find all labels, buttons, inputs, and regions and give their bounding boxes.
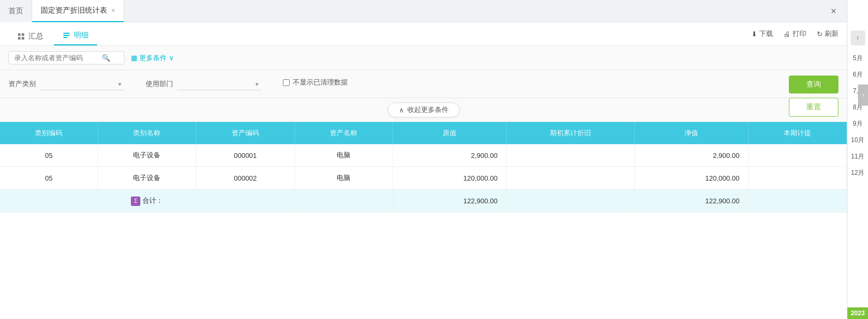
table-wrap: 类别编码 类别名称 资产编码 资产名称 原值 期初累计折旧 净值 本期计提 05… (0, 122, 847, 319)
right-sidebar: › ↑ 5月 6月 7月 8月 9月 10月 11月 12月 2023 (847, 0, 868, 319)
print-label: 打印 (793, 29, 806, 39)
hide-cleared-checkbox-item: 不显示已清理数据 (283, 78, 348, 87)
table-total-row: Σ合计： 122,900.00 122,900.00 (0, 190, 847, 213)
download-button[interactable]: ⬇ 下载 (751, 29, 773, 39)
active-tab[interactable]: 固定资产折旧统计表 × (32, 0, 124, 22)
reset-button[interactable]: 重置 (789, 98, 838, 117)
cell-original-value: 120,000.00 (393, 167, 506, 190)
svg-rect-2 (18, 37, 21, 40)
svg-rect-6 (63, 37, 68, 38)
active-tab-label: 固定资产折旧统计表 (41, 6, 107, 15)
download-label: 下载 (759, 29, 773, 39)
cell-asset-name: 电脑 (294, 144, 393, 167)
filter-buttons: 查询 重置 (789, 76, 838, 117)
department-filter: 使用部门 (146, 78, 262, 90)
sub-tab-bar: 汇总 明细 ⬇ 下载 (0, 22, 847, 46)
search-icon: 🔍 (102, 54, 110, 62)
action-bar: ⬇ 下载 🖨 打印 ↻ 刷新 (751, 29, 838, 43)
month-11[interactable]: 11月 (847, 149, 868, 164)
summary-tab-label: 汇总 (28, 32, 43, 41)
more-conditions-button[interactable]: ▦ 更多条件 ∨ (131, 53, 174, 63)
cell-cat-code: 05 (0, 144, 98, 167)
refresh-icon: ↻ (817, 30, 823, 38)
tab-bar: 首页 固定资产折旧统计表 × × (0, 0, 847, 22)
month-6[interactable]: 6月 (847, 67, 868, 82)
cell-original-value: 2,900.00 (393, 144, 506, 167)
sidebar-expand-arrow[interactable]: › (858, 85, 868, 106)
content-panel: 汇总 明细 ⬇ 下载 (0, 22, 847, 319)
svg-rect-3 (22, 37, 24, 40)
filter-icon: ▦ (131, 54, 137, 62)
print-icon: 🖨 (784, 30, 790, 38)
year-badge[interactable]: 2023 (847, 307, 868, 319)
col-cat-name: 类别名称 (98, 122, 196, 144)
month-9[interactable]: 9月 (847, 116, 868, 132)
total-accumulated (507, 190, 635, 213)
cell-cat-code: 05 (0, 167, 98, 190)
summary-icon (17, 32, 25, 41)
search-input[interactable] (14, 54, 99, 62)
table-header-row: 类别编码 类别名称 资产编码 资产名称 原值 期初累计折旧 净值 本期计提 (0, 122, 847, 144)
collapse-label: 收起更多条件 (407, 105, 449, 115)
svg-rect-1 (22, 33, 24, 36)
table-row: 05 电子设备 000002 电脑 120,000.00 120,000.00 (0, 167, 847, 190)
chevron-down-icon: ∨ (169, 54, 174, 62)
cell-cat-name: 电子设备 (98, 144, 196, 167)
svg-rect-5 (63, 35, 70, 36)
query-button[interactable]: 查询 (789, 76, 838, 93)
department-select[interactable] (177, 78, 262, 90)
month-5[interactable]: 5月 (847, 51, 868, 66)
refresh-label: 刷新 (825, 29, 838, 39)
data-table: 类别编码 类别名称 资产编码 资产名称 原值 期初累计折旧 净值 本期计提 05… (0, 122, 847, 213)
cell-asset-code: 000001 (196, 144, 294, 167)
search-input-wrap[interactable]: 🔍 (8, 51, 125, 64)
asset-type-select[interactable] (40, 78, 125, 90)
collapse-up-icon: ∧ (399, 106, 404, 114)
refresh-button[interactable]: ↻ 刷新 (817, 29, 838, 39)
svg-rect-4 (63, 33, 70, 34)
cell-cat-name: 电子设备 (98, 167, 196, 190)
window-close-button[interactable]: × (820, 0, 847, 22)
month-12[interactable]: 12月 (847, 165, 868, 181)
detail-tab[interactable]: 明细 (54, 26, 97, 45)
col-asset-name: 资产名称 (294, 122, 393, 144)
search-bar: 🔍 ▦ 更多条件 ∨ (0, 46, 847, 70)
department-select-wrap (177, 78, 262, 90)
asset-type-select-wrap (40, 78, 125, 90)
department-label: 使用部门 (146, 79, 173, 89)
cell-accumulated-depreciation (507, 144, 635, 167)
col-original-value: 原值 (393, 122, 506, 144)
sub-tabs: 汇总 明细 (8, 26, 97, 45)
summary-tab[interactable]: 汇总 (8, 27, 52, 45)
total-empty (294, 190, 393, 213)
total-current-period (748, 190, 846, 213)
cell-net-value: 2,900.00 (635, 144, 748, 167)
col-current-period: 本期计提 (748, 122, 846, 144)
month-10[interactable]: 10月 (847, 133, 868, 148)
hide-cleared-label: 不显示已清理数据 (293, 78, 348, 87)
asset-type-filter: 资产类别 (8, 78, 125, 90)
period-nav-up[interactable]: ↑ (851, 31, 865, 45)
cell-accumulated-depreciation (507, 167, 635, 190)
asset-type-label: 资产类别 (8, 79, 36, 89)
svg-rect-0 (18, 33, 21, 36)
collapse-button[interactable]: ∧ 收起更多条件 (388, 102, 460, 117)
detail-tab-label: 明细 (74, 31, 89, 40)
total-net-value: 122,900.00 (635, 190, 748, 213)
print-button[interactable]: 🖨 打印 (784, 29, 806, 39)
cell-current-period (748, 144, 846, 167)
cell-current-period (748, 167, 846, 190)
total-icon: Σ (131, 196, 140, 206)
total-original-value: 122,900.00 (393, 190, 506, 213)
more-conditions-label: 更多条件 (139, 53, 167, 63)
home-tab[interactable]: 首页 (0, 0, 32, 22)
cell-asset-name: 电脑 (294, 167, 393, 190)
table-row: 05 电子设备 000001 电脑 2,900.00 2,900.00 (0, 144, 847, 167)
hide-cleared-checkbox[interactable] (283, 79, 290, 86)
cell-net-value: 120,000.00 (635, 167, 748, 190)
tab-close-icon[interactable]: × (111, 7, 115, 14)
collapse-bar: ∧ 收起更多条件 (0, 98, 847, 122)
cell-asset-code: 000002 (196, 167, 294, 190)
home-tab-label: 首页 (8, 6, 23, 16)
filter-area: 资产类别 使用部门 不显示已清理数据 (0, 70, 847, 98)
